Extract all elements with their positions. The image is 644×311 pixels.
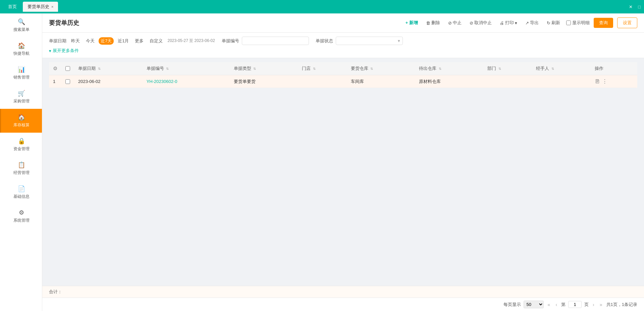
docno-input[interactable] bbox=[242, 37, 309, 45]
page-unit-label: 页 bbox=[584, 302, 589, 308]
date-opt-today[interactable]: 今天 bbox=[84, 37, 97, 45]
th-settings: ⚙ bbox=[49, 62, 61, 75]
sort-date-icon[interactable]: ⇅ bbox=[98, 67, 101, 71]
date-opt-7days[interactable]: 近7天 bbox=[99, 37, 114, 45]
th-handler: 经手人 ⇅ bbox=[532, 62, 590, 75]
finance-icon: 🔒 bbox=[18, 137, 25, 145]
basic-info-icon: 📄 bbox=[18, 185, 25, 192]
sort-store-icon[interactable]: ⇅ bbox=[313, 67, 316, 71]
row-more-icon[interactable]: ⋮ bbox=[602, 78, 607, 85]
delete-icon: 🗑 bbox=[426, 20, 430, 26]
row-store bbox=[298, 75, 346, 88]
table-footer: 合计： bbox=[42, 286, 644, 298]
sidebar-item-operation[interactable]: 📋 经营管理 bbox=[0, 157, 42, 180]
table-body: 1 2023-06-02 YH-20230602-0 要货单要货 车间库 bbox=[49, 75, 637, 88]
display-detail-label: 显示明细 bbox=[572, 20, 590, 26]
prev-page-btn[interactable]: ‹ bbox=[554, 301, 558, 308]
content-area: 要货单历史 + 新增 🗑 删除 ⊘ 中止 ⊘ 取消中止 🖨 bbox=[42, 13, 644, 311]
next-page-btn[interactable]: › bbox=[591, 301, 596, 308]
row-index: 1 bbox=[49, 75, 61, 88]
date-opt-custom[interactable]: 自定义 bbox=[148, 37, 165, 45]
sort-doctype-icon[interactable]: ⇅ bbox=[253, 67, 256, 71]
last-page-btn[interactable]: » bbox=[598, 301, 604, 308]
new-button[interactable]: + 新增 bbox=[404, 18, 420, 27]
sidebar-item-quick-nav[interactable]: 🏠 快捷导航 bbox=[0, 37, 42, 61]
sidebar-item-basic-info[interactable]: 📄 基础信息 bbox=[0, 180, 42, 204]
th-req-warehouse: 要货仓库 ⇅ bbox=[347, 62, 415, 75]
tab-requisition-history[interactable]: 要货单历史 × bbox=[23, 2, 58, 12]
row-checkbox-cell bbox=[61, 75, 74, 88]
sidebar-item-inventory[interactable]: 🏠 库存核算 bbox=[0, 109, 42, 133]
row-docno-link[interactable]: YH-20230602-0 bbox=[147, 79, 177, 84]
sidebar-item-inventory-label: 库存核算 bbox=[13, 122, 30, 128]
status-select[interactable] bbox=[336, 37, 403, 45]
date-opt-more[interactable]: 更多 bbox=[133, 37, 146, 45]
cancel-stop-icon: ⊘ bbox=[470, 20, 473, 26]
stop-button-label: 中止 bbox=[453, 20, 462, 26]
sidebar-item-quicknav-label: 快捷导航 bbox=[13, 51, 30, 56]
expand-label: 展开更多条件 bbox=[53, 48, 79, 54]
sort-reqwh-icon[interactable]: ⇅ bbox=[370, 67, 373, 71]
purchase-icon: 🛒 bbox=[18, 90, 25, 97]
th-out-warehouse: 待出仓库 ⇅ bbox=[415, 62, 483, 75]
display-detail-toggle[interactable]: 显示明细 bbox=[566, 20, 590, 26]
print-button-label: 打印 bbox=[505, 20, 514, 26]
new-button-label: + 新增 bbox=[406, 20, 418, 26]
row-doctype: 要货单要货 bbox=[230, 75, 298, 88]
total-label: 合计： bbox=[49, 289, 62, 294]
stop-button[interactable]: ⊘ 中止 bbox=[446, 18, 464, 27]
sidebar-item-system[interactable]: ⚙ 系统管理 bbox=[0, 204, 42, 228]
row-edit-icon[interactable]: 🖹 bbox=[595, 79, 600, 85]
delete-button-label: 删除 bbox=[431, 20, 440, 26]
total-info: 共1页，1条记录 bbox=[606, 302, 637, 308]
select-all-checkbox[interactable] bbox=[65, 66, 70, 71]
sidebar-item-search-label: 搜索菜单 bbox=[13, 27, 30, 33]
expand-conditions-btn[interactable]: ▾ 展开更多条件 bbox=[49, 48, 637, 54]
th-store: 门店 ⇅ bbox=[298, 62, 346, 75]
print-button[interactable]: 🖨 打印 ▾ bbox=[498, 18, 519, 27]
column-settings-icon[interactable]: ⚙ bbox=[53, 65, 57, 71]
row-checkbox[interactable] bbox=[65, 79, 70, 84]
date-opt-1month[interactable]: 近1月 bbox=[116, 37, 131, 45]
sidebar-item-sales[interactable]: 📊 销售管理 bbox=[0, 61, 42, 85]
page-number-input[interactable] bbox=[568, 301, 582, 308]
settings-button[interactable]: 设置 bbox=[617, 17, 637, 28]
date-filter-group: 单据日期 昨天 今天 近7天 近1月 更多 自定义 2023-05-27 至 2… bbox=[49, 37, 215, 45]
print-dropdown-icon: ▾ bbox=[515, 20, 517, 26]
refresh-button[interactable]: ↻ 刷新 bbox=[545, 18, 562, 27]
print-icon: 🖨 bbox=[500, 20, 504, 26]
first-page-btn[interactable]: « bbox=[546, 301, 552, 308]
th-checkbox bbox=[61, 62, 74, 75]
sort-handler-icon[interactable]: ⇅ bbox=[551, 67, 554, 71]
window-close-icon[interactable]: ✕ bbox=[629, 4, 633, 9]
delete-button[interactable]: 🗑 删除 bbox=[424, 18, 442, 27]
sidebar-item-purchase[interactable]: 🛒 采购管理 bbox=[0, 85, 42, 109]
row-docno: YH-20230602-0 bbox=[143, 75, 230, 88]
display-detail-checkbox[interactable] bbox=[566, 20, 571, 25]
quick-nav-icon: 🏠 bbox=[18, 42, 25, 49]
cancel-stop-button[interactable]: ⊘ 取消中止 bbox=[468, 18, 494, 27]
refresh-button-label: 刷新 bbox=[551, 20, 560, 26]
query-button[interactable]: 查询 bbox=[594, 18, 613, 28]
row-req-warehouse: 车间库 bbox=[347, 75, 415, 88]
sidebar-item-search[interactable]: 🔍 搜索菜单 bbox=[0, 13, 42, 37]
window-maximize-icon[interactable]: □ bbox=[638, 4, 641, 9]
page-label: 第 bbox=[561, 302, 566, 308]
sort-docno-icon[interactable]: ⇅ bbox=[166, 67, 169, 71]
tab-close-icon[interactable]: × bbox=[51, 5, 53, 9]
tab-requisition-label: 要货单历史 bbox=[28, 4, 49, 10]
page-size-select[interactable]: 50 100 200 bbox=[524, 301, 544, 308]
tab-home[interactable]: 首页 bbox=[3, 2, 21, 12]
date-opt-yesterday[interactable]: 昨天 bbox=[69, 37, 82, 45]
row-department bbox=[483, 75, 532, 88]
export-button[interactable]: ↗ 导出 bbox=[523, 18, 541, 27]
th-date: 单据日期 ⇅ bbox=[74, 62, 143, 75]
sidebar-item-finance[interactable]: 🔒 资金管理 bbox=[0, 133, 42, 157]
status-filter-label: 单据状态 bbox=[316, 38, 333, 44]
export-button-label: 导出 bbox=[530, 20, 539, 26]
sort-outwh-icon[interactable]: ⇅ bbox=[439, 67, 441, 71]
operation-icon: 📋 bbox=[18, 161, 25, 169]
sort-dept-icon[interactable]: ⇅ bbox=[498, 67, 501, 71]
sidebar-item-operation-label: 经营管理 bbox=[13, 170, 30, 176]
docno-filter-label: 单据编号 bbox=[222, 38, 239, 44]
